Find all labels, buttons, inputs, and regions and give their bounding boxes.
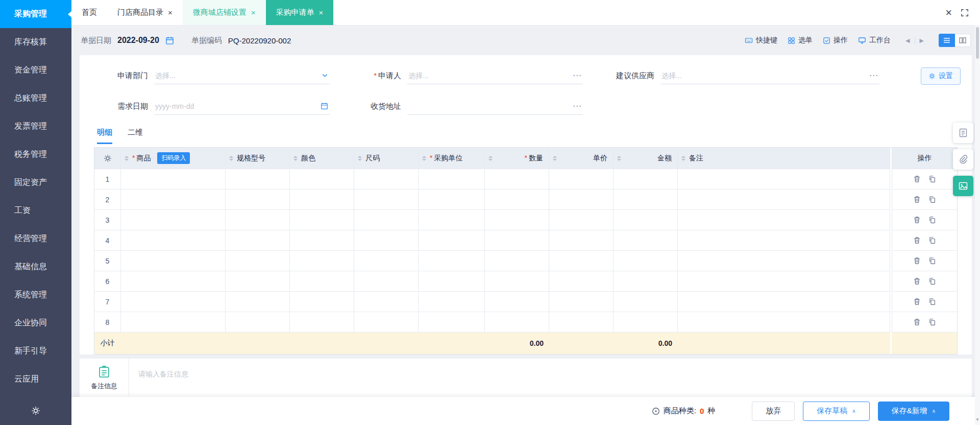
table-cell[interactable] [354, 271, 419, 292]
table-cell[interactable] [121, 312, 226, 333]
sidebar-item[interactable]: 新手引导 [0, 337, 71, 365]
table-cell[interactable] [614, 210, 678, 230]
table-cell[interactable] [678, 190, 890, 210]
delete-row-icon[interactable] [913, 216, 921, 224]
sort-icon[interactable] [488, 156, 493, 161]
table-cell[interactable] [290, 251, 354, 271]
table-cell[interactable] [485, 271, 549, 292]
sort-icon[interactable] [422, 156, 426, 161]
operations-button[interactable]: 操作 [823, 36, 848, 45]
table-cell[interactable] [549, 210, 614, 230]
need-date-input[interactable] [154, 102, 319, 110]
screenshot-tool-button[interactable] [953, 176, 973, 196]
table-cell[interactable] [290, 292, 354, 312]
sort-icon[interactable] [553, 156, 557, 161]
table-cell[interactable] [419, 271, 485, 292]
table-cell[interactable] [614, 230, 678, 251]
column-header[interactable]: 备注 [678, 148, 890, 169]
table-cell[interactable] [549, 292, 614, 312]
address-input[interactable] [407, 102, 571, 110]
column-settings-icon[interactable] [94, 148, 121, 169]
discard-button[interactable]: 放弃 [752, 402, 795, 421]
column-header[interactable]: 颜色 [290, 148, 354, 169]
table-cell[interactable] [549, 190, 614, 210]
calendar-icon[interactable] [319, 102, 330, 110]
copy-row-icon[interactable] [928, 175, 936, 183]
table-cell[interactable] [290, 190, 354, 210]
tab-item[interactable]: 微商城店铺设置× [183, 0, 266, 25]
table-cell[interactable] [226, 251, 290, 271]
sidebar-item[interactable]: 总账管理 [0, 84, 71, 112]
department-input[interactable] [154, 72, 320, 80]
tab-item[interactable]: 采购申请单× [266, 0, 334, 25]
sidebar-item[interactable]: 采购管理 [0, 0, 71, 28]
sidebar-item[interactable]: 工资 [0, 197, 71, 225]
supplier-input[interactable] [660, 72, 868, 80]
table-cell[interactable] [549, 230, 614, 251]
table-cell[interactable] [678, 210, 890, 230]
table-cell[interactable] [354, 230, 419, 251]
scrollbar-thumb[interactable] [976, 27, 979, 59]
table-cell[interactable] [485, 230, 549, 251]
settings-button[interactable]: 设置 [921, 67, 961, 85]
sidebar-item[interactable]: 库存核算 [0, 28, 71, 56]
sidebar-item[interactable]: 发票管理 [0, 112, 71, 140]
close-icon[interactable]: × [945, 7, 952, 18]
applicant-input[interactable] [407, 72, 571, 80]
table-cell[interactable] [290, 312, 354, 333]
table-cell[interactable] [614, 190, 678, 210]
sidebar-item[interactable]: 企业协同 [0, 309, 71, 337]
department-select[interactable] [154, 67, 330, 84]
table-cell[interactable] [485, 251, 549, 271]
table-cell[interactable] [485, 210, 549, 230]
tab-close-icon[interactable]: × [168, 8, 173, 17]
sidebar-item[interactable]: 资金管理 [0, 56, 71, 84]
table-cell[interactable] [485, 190, 549, 210]
table-cell[interactable] [419, 312, 485, 333]
sidebar-item[interactable]: 税务管理 [0, 140, 71, 169]
need-date-picker[interactable] [154, 98, 330, 115]
table-cell[interactable] [226, 271, 290, 292]
table-cell[interactable] [354, 169, 419, 190]
table-cell[interactable] [485, 169, 549, 190]
table-cell[interactable] [485, 312, 549, 333]
table-cell[interactable] [678, 230, 890, 251]
table-cell[interactable] [419, 169, 485, 190]
table-cell[interactable] [121, 190, 226, 210]
delete-row-icon[interactable] [913, 237, 921, 244]
sort-icon[interactable] [358, 156, 362, 161]
card-view-toggle[interactable] [955, 34, 971, 47]
sidebar-item[interactable]: 经营管理 [0, 225, 71, 253]
doc-date-value[interactable]: 2022-09-20 [117, 36, 159, 45]
fullscreen-icon[interactable] [961, 9, 969, 17]
table-cell[interactable] [226, 210, 290, 230]
sidebar-item[interactable]: 系统管理 [0, 281, 71, 309]
sort-icon[interactable] [293, 156, 298, 161]
workbench-button[interactable]: 工作台 [858, 36, 891, 45]
vertical-scrollbar[interactable]: ▼ [975, 25, 980, 425]
remark-input[interactable] [129, 359, 972, 397]
table-cell[interactable] [485, 292, 549, 312]
sidebar-item[interactable]: 云应用 [0, 365, 71, 393]
table-cell[interactable] [121, 251, 226, 271]
table-cell[interactable] [419, 190, 485, 210]
copy-row-icon[interactable] [928, 257, 936, 265]
copy-row-icon[interactable] [928, 277, 936, 285]
table-cell[interactable] [678, 312, 890, 333]
table-cell[interactable] [121, 210, 226, 230]
table-cell[interactable] [678, 271, 890, 292]
ellipsis-icon[interactable]: ⋯ [868, 70, 879, 81]
applicant-select[interactable]: ⋯ [407, 67, 583, 84]
delete-row-icon[interactable] [913, 318, 921, 326]
sort-icon[interactable] [125, 156, 129, 161]
table-cell[interactable] [226, 169, 290, 190]
table-cell[interactable] [549, 169, 614, 190]
list-view-toggle[interactable] [939, 34, 955, 47]
tab-item[interactable]: 首页 [71, 0, 107, 25]
table-cell[interactable] [121, 230, 226, 251]
attachment-tool-button[interactable] [953, 149, 973, 170]
table-cell[interactable] [614, 271, 678, 292]
delete-row-icon[interactable] [913, 298, 921, 305]
delete-row-icon[interactable] [913, 175, 921, 183]
sidebar-item[interactable]: 固定资产 [0, 169, 71, 197]
